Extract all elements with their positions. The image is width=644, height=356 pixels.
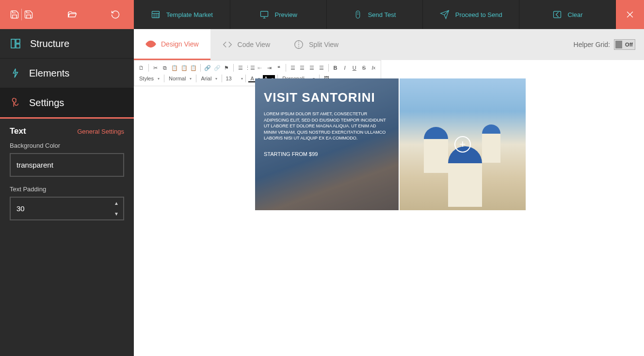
save-as-icon[interactable] bbox=[24, 7, 33, 22]
preview-button[interactable]: Preview bbox=[230, 0, 327, 29]
svg-rect-8 bbox=[16, 44, 20, 48]
sidebar-structure-label: Structure bbox=[30, 38, 69, 49]
svg-rect-1 bbox=[260, 11, 268, 16]
send-test-button[interactable]: Send Test bbox=[327, 0, 423, 29]
helper-grid-toggle[interactable]: Off bbox=[614, 39, 635, 50]
topbar-nav: Template Market Preview Send Test Procee… bbox=[134, 0, 644, 29]
view-tabs: Design View Code View Split View Helper … bbox=[134, 29, 644, 60]
template-market-label: Template Market bbox=[166, 11, 213, 18]
padding-input[interactable] bbox=[10, 197, 124, 220]
template-market-button[interactable]: Template Market bbox=[134, 0, 230, 29]
open-folder-icon[interactable] bbox=[67, 7, 78, 22]
styles-select[interactable]: Styles bbox=[137, 75, 161, 82]
tab-split-label: Split View bbox=[309, 41, 338, 48]
font-size-input[interactable] bbox=[225, 75, 238, 82]
general-settings-link[interactable]: General Settings bbox=[77, 128, 124, 135]
clear-button[interactable]: Clear bbox=[519, 0, 616, 29]
tab-code-view[interactable]: Code View bbox=[210, 29, 282, 60]
undo-icon[interactable] bbox=[111, 7, 120, 22]
numbered-list-icon[interactable]: ☰ bbox=[236, 63, 245, 72]
helper-grid-label: Helper Grid: bbox=[574, 41, 610, 48]
tab-split-view[interactable]: Split View bbox=[282, 29, 350, 60]
preview-label: Preview bbox=[275, 11, 297, 18]
link-icon[interactable]: 🔗 bbox=[203, 63, 212, 72]
canvas-heading: VISIT SANTORINI bbox=[264, 90, 390, 105]
clear-label: Clear bbox=[568, 11, 583, 18]
font-select[interactable]: Arial bbox=[199, 75, 219, 82]
proceed-button[interactable]: Proceed to Send bbox=[423, 0, 519, 29]
sidebar-item-elements[interactable]: Elements bbox=[0, 59, 134, 88]
content-area: Design View Code View Split View Helper … bbox=[134, 29, 644, 356]
proceed-label: Proceed to Send bbox=[455, 11, 502, 18]
sidebar-item-settings[interactable]: Settings bbox=[0, 88, 134, 119]
indent-icon[interactable]: ⇥ bbox=[265, 63, 274, 72]
helper-grid-control: Helper Grid: Off bbox=[574, 39, 644, 50]
bullet-list-icon[interactable]: ⋮☰ bbox=[246, 63, 255, 72]
sidebar-elements-label: Elements bbox=[29, 68, 69, 79]
bg-color-label: Background Color bbox=[10, 142, 124, 149]
svg-rect-7 bbox=[16, 39, 20, 43]
italic-icon[interactable]: I bbox=[340, 63, 349, 72]
align-left-icon[interactable]: ☰ bbox=[289, 63, 297, 72]
helper-grid-state: Off bbox=[625, 42, 633, 47]
canvas-area: 🗋 ✂ ⧉ 📋 📋 📋 🔗 🔗 ⚑ ☰ ⋮☰ ⇤ ⇥ ❝ bbox=[134, 60, 644, 356]
paste-text-icon[interactable]: 📋 bbox=[180, 63, 189, 72]
new-doc-icon[interactable]: 🗋 bbox=[137, 63, 146, 72]
text-block[interactable]: VISIT SANTORINI LOREM IPSUM DOLOR SIT AM… bbox=[255, 78, 399, 210]
svg-rect-3 bbox=[553, 11, 561, 17]
settings-title: Text bbox=[10, 126, 26, 136]
image-block[interactable]: + bbox=[400, 78, 526, 210]
settings-panel: Text General Settings Background Color T… bbox=[0, 119, 134, 237]
tab-code-label: Code View bbox=[238, 41, 270, 48]
svg-rect-6 bbox=[11, 39, 15, 48]
topbar-left-actions bbox=[0, 0, 134, 29]
tab-design-label: Design View bbox=[161, 40, 199, 48]
tab-design-view[interactable]: Design View bbox=[134, 29, 210, 60]
padding-label: Text Padding bbox=[10, 186, 124, 193]
svg-point-9 bbox=[149, 43, 152, 46]
align-right-icon[interactable]: ☰ bbox=[307, 63, 316, 72]
send-test-label: Send Test bbox=[368, 11, 396, 18]
copy-icon[interactable]: ⧉ bbox=[161, 63, 169, 72]
strike-icon[interactable]: S bbox=[360, 63, 369, 72]
paste-word-icon[interactable]: 📋 bbox=[189, 63, 198, 72]
save-icon[interactable] bbox=[10, 7, 19, 22]
align-center-icon[interactable]: ☰ bbox=[298, 63, 307, 72]
blockquote-icon[interactable]: ❝ bbox=[274, 63, 283, 72]
email-canvas[interactable]: VISIT SANTORINI LOREM IPSUM DOLOR SIT AM… bbox=[255, 78, 526, 210]
spinner-down-icon[interactable]: ▼ bbox=[110, 209, 123, 220]
align-justify-icon[interactable]: ☰ bbox=[317, 63, 326, 72]
spinner-up-icon[interactable]: ▲ bbox=[110, 198, 123, 209]
sidebar-settings-label: Settings bbox=[29, 97, 64, 108]
paste-icon[interactable]: 📋 bbox=[170, 63, 179, 72]
outdent-icon[interactable]: ⇤ bbox=[256, 63, 264, 72]
sidebar: Structure Elements Settings Text General… bbox=[0, 29, 134, 356]
divider bbox=[21, 9, 22, 20]
remove-format-icon[interactable]: Ix bbox=[369, 63, 378, 72]
unlink-icon[interactable]: 🔗 bbox=[213, 63, 222, 72]
underline-icon[interactable]: U bbox=[350, 63, 359, 72]
canvas-body: LOREM IPSUM DOLOR SIT AMET, CONSECTETUR … bbox=[264, 111, 390, 141]
font-size-stepper[interactable] bbox=[239, 77, 243, 81]
cut-icon[interactable]: ✂ bbox=[151, 63, 160, 72]
add-content-icon[interactable]: + bbox=[454, 136, 471, 153]
close-button[interactable] bbox=[616, 0, 644, 29]
canvas-price: STARTING FROM $99 bbox=[264, 151, 390, 157]
sidebar-item-structure[interactable]: Structure bbox=[0, 29, 134, 59]
bg-color-input[interactable] bbox=[10, 153, 124, 177]
svg-rect-2 bbox=[356, 11, 360, 18]
anchor-icon[interactable]: ⚑ bbox=[222, 63, 231, 72]
bold-icon[interactable]: B bbox=[331, 63, 340, 72]
format-select[interactable]: Normal bbox=[167, 75, 193, 82]
